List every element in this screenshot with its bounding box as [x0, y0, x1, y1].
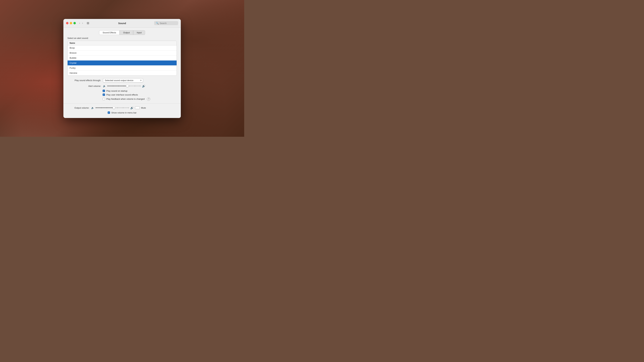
- output-volume-row: Output volume: 🔈: [68, 106, 177, 109]
- play-startup-row: Play sound on startup: [103, 90, 177, 92]
- close-button[interactable]: [66, 22, 68, 24]
- list-item-selected[interactable]: Crystal: [68, 60, 176, 65]
- section-label: Select an alert sound:: [68, 37, 177, 39]
- nav-buttons: ‹ ›: [78, 21, 84, 25]
- tick: [118, 107, 118, 108]
- maximize-button[interactable]: [74, 22, 76, 24]
- back-button[interactable]: ‹: [78, 21, 81, 25]
- play-feedback-label: Play feedback when volume is changed: [106, 98, 144, 100]
- slider-ticks: [107, 85, 141, 87]
- show-volume-label: Show volume in menu bar: [111, 111, 136, 114]
- tick: [107, 107, 107, 108]
- alert-volume-label: Alert volume:: [68, 85, 101, 87]
- tick: [140, 85, 140, 87]
- list-item[interactable]: Boop: [68, 45, 176, 50]
- play-through-row: Play sound effects through: Selected sou…: [68, 78, 177, 82]
- list-item[interactable]: Heroine: [68, 70, 176, 75]
- list-item[interactable]: Funky: [68, 65, 176, 70]
- alert-volume-track[interactable]: [107, 86, 141, 86]
- tab-output[interactable]: Output: [120, 30, 133, 35]
- play-feedback-checkbox[interactable]: [103, 98, 105, 100]
- mute-label: Mute: [141, 107, 146, 109]
- output-volume-thumb[interactable]: [113, 107, 115, 109]
- tick: [112, 107, 112, 108]
- play-through-label: Play sound effects through:: [68, 79, 101, 82]
- search-icon: 🔍: [156, 22, 159, 24]
- alert-volume-slider-row: 🔈 🔊: [103, 84, 146, 88]
- slider-ticks: [96, 107, 129, 108]
- show-volume-checkbox[interactable]: [108, 111, 110, 114]
- play-ui-row: Play user interface sound effects: [103, 93, 177, 96]
- app-grid-button[interactable]: ⊞: [86, 21, 90, 25]
- mute-checkbox[interactable]: [135, 106, 140, 109]
- titlebar: ‹ › ⊞ Sound 🔍: [64, 19, 181, 28]
- play-ui-checkbox[interactable]: [103, 93, 105, 96]
- tick: [124, 85, 124, 87]
- tick: [129, 85, 130, 87]
- alert-volume-thumb[interactable]: [126, 85, 128, 87]
- play-startup-label: Play sound on startup: [106, 90, 128, 92]
- mute-row: Mute: [135, 106, 146, 109]
- tab-sound-effects[interactable]: Sound Effects: [99, 30, 120, 35]
- tab-input[interactable]: Input: [133, 30, 145, 35]
- controls-area: Play sound effects through: Selected sou…: [64, 76, 181, 101]
- minimize-button[interactable]: [70, 22, 72, 24]
- tabs-bar: Sound Effects Output Input: [64, 28, 181, 37]
- output-volume-slider-row: 🔈 🔊: [91, 106, 134, 109]
- list-item[interactable]: Bubble: [68, 55, 176, 60]
- volume-high-icon: 🔊: [142, 84, 146, 88]
- alert-volume-row: Alert volume: 🔈: [68, 84, 177, 88]
- forward-button[interactable]: ›: [81, 21, 84, 25]
- tick: [135, 85, 135, 87]
- play-startup-checkbox[interactable]: [103, 90, 105, 92]
- tick: [123, 107, 123, 108]
- traffic-lights: [66, 22, 76, 24]
- bottom-section: Output volume: 🔈: [64, 103, 181, 114]
- tick: [113, 85, 113, 87]
- output-volume-track[interactable]: [96, 107, 129, 108]
- tick: [101, 107, 102, 108]
- sound-list: Name Boop Breeze Bubble Crystal Funky He…: [68, 41, 177, 76]
- play-ui-label: Play user interface sound effects: [106, 93, 138, 96]
- tick: [118, 85, 119, 87]
- tick: [96, 107, 96, 108]
- sound-preferences-window: ‹ › ⊞ Sound 🔍 Sound Effects Output Input…: [64, 19, 181, 118]
- list-item[interactable]: Breeze: [68, 50, 176, 55]
- search-box[interactable]: 🔍: [154, 21, 178, 25]
- volume-low-icon: 🔈: [103, 85, 106, 87]
- alert-sound-section: Select an alert sound: Name Boop Breeze …: [64, 37, 181, 76]
- play-through-value: Selected sound output device: [105, 79, 134, 82]
- output-volume-high-icon: 🔊: [130, 106, 134, 109]
- checkboxes-area: Play sound on startup Play user interfac…: [68, 90, 177, 101]
- output-volume-label: Output volume:: [68, 107, 89, 109]
- tick: [128, 107, 129, 108]
- tick: [108, 85, 108, 87]
- list-header: Name: [68, 41, 176, 45]
- search-input[interactable]: [160, 22, 176, 24]
- play-feedback-row: Play feedback when volume is changed ?: [103, 97, 177, 101]
- dropdown-arrows-icon: ⬍: [140, 79, 142, 81]
- window-title: Sound: [118, 22, 126, 25]
- show-volume-row: Show volume in menu bar: [68, 111, 177, 114]
- play-through-dropdown[interactable]: Selected sound output device ⬍: [103, 78, 143, 82]
- content-area: Sound Effects Output Input Select an ale…: [64, 28, 181, 118]
- help-button[interactable]: ?: [147, 97, 150, 101]
- output-volume-low-icon: 🔈: [91, 106, 94, 109]
